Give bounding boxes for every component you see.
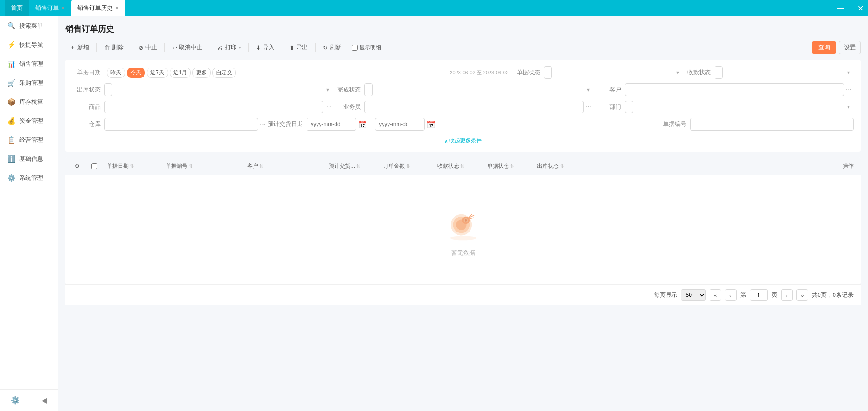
customer-input[interactable]: [625, 83, 844, 96]
cancel-stop-button[interactable]: ↩ 取消中止: [168, 41, 207, 54]
date-label: 单据日期: [72, 68, 104, 77]
query-button[interactable]: 查询: [812, 41, 836, 54]
delivery-cal-icon-to[interactable]: 📅: [427, 120, 436, 129]
add-button[interactable]: ＋ 新增: [65, 41, 94, 54]
sidebar-settings-btn[interactable]: ⚙️: [6, 393, 24, 407]
filter-department: 部门: [593, 101, 854, 113]
department-select[interactable]: [625, 101, 633, 113]
divider-4: [210, 43, 210, 52]
date-btn-custom[interactable]: 自定义: [212, 68, 236, 78]
top-bar-right: — □ ✕: [837, 4, 863, 13]
th-doc-status-sort[interactable]: ⇅: [510, 164, 514, 169]
page-next-btn[interactable]: ›: [781, 289, 793, 301]
tab-sales-order-close[interactable]: ×: [62, 5, 65, 11]
warehouse-status-label: 出库状态: [72, 86, 104, 94]
date-btn-more[interactable]: 更多: [192, 68, 211, 78]
select-all-checkbox[interactable]: [91, 163, 97, 169]
warehouse-ellipsis[interactable]: ···: [258, 120, 268, 128]
sidebar-item-purchase-mgmt[interactable]: 🛒 采购管理: [0, 73, 58, 92]
sidebar-item-sys-mgmt[interactable]: ⚙️ 系统管理: [0, 169, 58, 188]
export-icon: ⬆: [289, 44, 294, 51]
receipt-status-select[interactable]: [715, 66, 723, 79]
window-maximize[interactable]: □: [849, 4, 853, 12]
page-first-btn[interactable]: «: [710, 289, 721, 301]
page-size-select[interactable]: 20 50 100: [681, 289, 706, 301]
th-settings[interactable]: ⚙: [69, 163, 85, 169]
page-prev-btn[interactable]: ‹: [725, 289, 737, 301]
th-amount-sort[interactable]: ⇅: [406, 164, 410, 169]
delivery-date-label: 预计交货日期: [268, 120, 307, 128]
date-btn-1month[interactable]: 近1月: [170, 68, 191, 78]
th-date-sort[interactable]: ⇅: [130, 164, 134, 169]
complete-status-label: 完成状态: [333, 86, 364, 94]
complete-status-select[interactable]: [364, 83, 373, 96]
warehouse-input[interactable]: [104, 118, 258, 131]
tab-sales-order-history[interactable]: 销售订单历史 ×: [71, 0, 125, 16]
sidebar-item-search-menu[interactable]: 🔍 搜索菜单: [0, 16, 58, 35]
customer-label: 客户: [593, 86, 625, 94]
th-order-no-label: 单据编号: [166, 162, 187, 170]
sidebar-item-sales-mgmt[interactable]: 📊 销售管理: [0, 54, 58, 73]
delete-button[interactable]: 🗑 删除: [100, 41, 128, 54]
window-minimize[interactable]: —: [837, 4, 844, 12]
warehouse-status-select[interactable]: [104, 83, 112, 96]
sidebar-collapse-btn[interactable]: ◀: [37, 393, 51, 407]
export-button[interactable]: ⬆ 导出: [285, 41, 312, 54]
tab-sales-order-history-close[interactable]: ×: [115, 5, 119, 11]
delivery-date-to[interactable]: [375, 118, 425, 131]
tab-home[interactable]: 首页: [5, 0, 29, 16]
import-button[interactable]: ⬇ 导入: [251, 41, 279, 54]
th-check[interactable]: [85, 163, 103, 169]
table-settings-icon[interactable]: ⚙: [75, 163, 80, 169]
display-detail-checkbox-wrap[interactable]: 显示明细: [352, 44, 381, 52]
divider-3: [164, 43, 165, 52]
cancel-stop-label: 取消中止: [179, 44, 202, 52]
receipt-status-label: 收款状态: [683, 68, 715, 77]
window-close[interactable]: ✕: [858, 4, 863, 13]
th-doc-status: 单据状态 ⇅: [484, 162, 533, 170]
sys-mgmt-icon: ⚙️: [7, 174, 16, 182]
date-btn-7days[interactable]: 近7天: [147, 68, 168, 78]
filter-row-4: 仓库 ··· 预计交货日期 📅 — 📅 单据编号: [72, 118, 854, 131]
th-warehouse-status-label: 出库状态: [537, 162, 559, 170]
salesperson-ellipsis[interactable]: ···: [584, 103, 593, 111]
th-customer-sort[interactable]: ⇅: [259, 164, 263, 169]
content-area: 销售订单历史 ＋ 新增 🗑 删除 ⊘ 中止 ↩ 取消中止: [58, 16, 868, 411]
filter-row-1: 单据日期 昨天 今天 近7天 近1月 更多 自定义 2023-06-02: [72, 66, 854, 79]
salesperson-input[interactable]: [364, 101, 584, 113]
department-label: 部门: [593, 103, 625, 111]
sidebar-item-quick-nav[interactable]: ⚡ 快捷导航: [0, 35, 58, 54]
print-button[interactable]: 🖨 打印 ▾: [213, 41, 245, 54]
th-warehouse-status-sort[interactable]: ⇅: [560, 164, 564, 169]
divider-7: [315, 43, 316, 52]
display-detail-checkbox[interactable]: [352, 45, 358, 51]
refresh-button[interactable]: ↻ 刷新: [318, 41, 346, 54]
tab-sales-order[interactable]: 销售订单 ×: [29, 0, 71, 16]
th-order-no-sort[interactable]: ⇅: [189, 164, 192, 169]
delivery-date-from[interactable]: [307, 118, 356, 131]
date-btn-yesterday[interactable]: 昨天: [107, 68, 125, 78]
th-amount-label: 订单金额: [383, 162, 405, 170]
doc-status-select[interactable]: [544, 66, 552, 79]
page-last-btn[interactable]: »: [796, 289, 808, 301]
sidebar-bottom: ⚙️ ◀: [0, 389, 58, 411]
settings-button[interactable]: 设置: [839, 41, 861, 54]
th-delivery-sort[interactable]: ⇅: [356, 164, 360, 169]
sidebar-label-search-menu: 搜索菜单: [19, 22, 43, 30]
product-input[interactable]: [104, 101, 323, 113]
page-input[interactable]: [750, 289, 768, 301]
delivery-cal-icon-from[interactable]: 📅: [358, 120, 367, 129]
product-ellipsis[interactable]: ···: [323, 103, 333, 111]
doc-number-input[interactable]: [690, 118, 854, 131]
sidebar-item-inventory[interactable]: 📦 库存核算: [0, 92, 58, 111]
th-receipt-status-sort[interactable]: ⇅: [460, 164, 464, 169]
filter-doc-status: 单据状态: [512, 66, 683, 79]
delete-icon: 🗑: [104, 44, 110, 51]
sidebar-item-finance[interactable]: 💰 资金管理: [0, 111, 58, 131]
collapse-btn[interactable]: ∧ 收起更多条件: [444, 137, 482, 145]
customer-ellipsis[interactable]: ···: [844, 86, 854, 94]
stop-button[interactable]: ⊘ 中止: [134, 41, 162, 54]
date-btn-today[interactable]: 今天: [127, 68, 145, 78]
sidebar-item-base-info[interactable]: ℹ️ 基础信息: [0, 150, 58, 169]
sidebar-item-operations[interactable]: 📋 经营管理: [0, 131, 58, 150]
